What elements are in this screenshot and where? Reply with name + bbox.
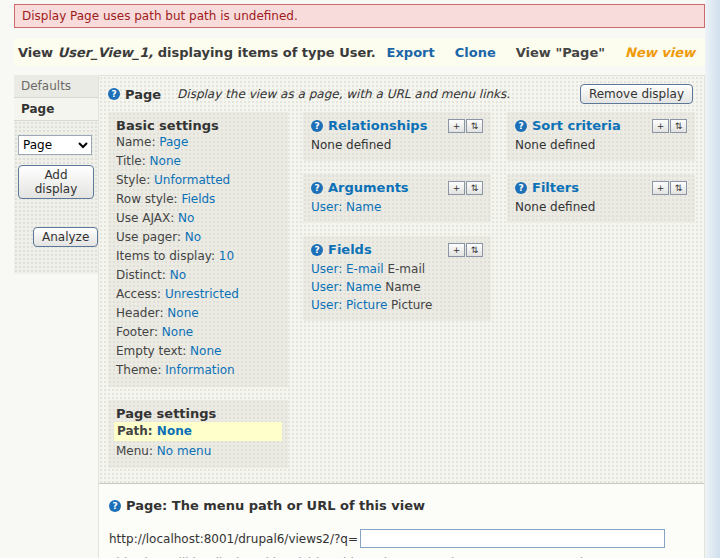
help-icon[interactable]: ? <box>311 244 323 256</box>
page-settings-title: Page settings <box>116 406 280 421</box>
setting-value-link[interactable]: Information <box>165 363 234 377</box>
arguments-header: ? Arguments + ⇅ <box>311 180 483 195</box>
sidebar-controls: Page Add display Analyze <box>14 121 98 274</box>
sort-criteria-empty-text: None defined <box>515 136 687 154</box>
help-icon[interactable]: ? <box>311 182 323 194</box>
rearrange-icon[interactable]: ⇅ <box>670 181 687 195</box>
setting-row: Empty text: None <box>116 342 280 361</box>
fields-title-link[interactable]: Fields <box>328 242 448 257</box>
display-header: ? Page Display the view as a page, with … <box>108 81 695 112</box>
arguments-box: ? Arguments + ⇅ User: Name <box>303 174 491 223</box>
setting-value-link[interactable]: Page <box>159 135 188 149</box>
setting-value-link[interactable]: No <box>170 268 186 282</box>
rearrange-icon[interactable]: ⇅ <box>466 243 483 257</box>
rearrange-icon[interactable]: ⇅ <box>466 181 483 195</box>
fields-box: ? Fields + ⇅ User: E-mail E-mail User: N… <box>303 236 491 321</box>
add-display-button[interactable]: Add display <box>18 165 94 199</box>
path-setting-row: Path: None <box>114 422 282 441</box>
analyze-button[interactable]: Analyze <box>33 227 98 247</box>
help-icon[interactable]: ? <box>109 500 121 512</box>
setting-row: Header: None <box>116 304 280 323</box>
setting-row: Style: Unformatted <box>116 171 280 190</box>
page-content: Display Page uses path but path is undef… <box>14 0 705 558</box>
path-value-link[interactable]: None <box>157 424 192 438</box>
setting-value-link[interactable]: None <box>167 306 198 320</box>
path-config-form: ? Page: The menu path or URL of this vie… <box>99 483 704 558</box>
error-message-text: Display Page uses path but path is undef… <box>22 9 298 23</box>
setting-value-link[interactable]: No <box>178 211 194 225</box>
filters-empty-text: None defined <box>515 198 687 216</box>
filters-header: ? Filters + ⇅ <box>515 180 687 195</box>
add-icon[interactable]: + <box>448 243 465 257</box>
fields-header: ? Fields + ⇅ <box>311 242 483 257</box>
clone-link[interactable]: Clone <box>455 45 496 60</box>
path-help-text: This view will be displayed by visiting … <box>109 554 689 558</box>
display-type-select[interactable]: Page <box>18 135 92 155</box>
setting-row: Title: None <box>116 152 280 171</box>
path-input-row: http://localhost:8001/drupal6/views2/?q= <box>109 529 694 548</box>
display-edit-panel: ? Page Display the view as a page, with … <box>98 75 705 558</box>
page-edge-gradient <box>705 0 720 558</box>
column-right: ? Sort criteria + ⇅ None defined ? Filte… <box>507 112 695 236</box>
filters-title-link[interactable]: Filters <box>532 180 652 195</box>
view-header-links: Export Clone View "Page" New view <box>387 45 701 60</box>
setting-value-link[interactable]: None <box>150 154 181 168</box>
field-item-link[interactable]: User: Name <box>311 280 381 294</box>
argument-item-link[interactable]: User: Name <box>311 200 381 214</box>
field-item: User: Picture Picture <box>311 296 483 314</box>
setting-row: Items to display: 10 <box>116 247 280 266</box>
add-icon[interactable]: + <box>448 119 465 133</box>
view-title-suffix: displaying items of type User. <box>153 45 376 60</box>
help-icon[interactable]: ? <box>515 182 527 194</box>
help-icon[interactable]: ? <box>311 120 323 132</box>
relationships-title-link[interactable]: Relationships <box>328 118 448 133</box>
help-icon[interactable]: ? <box>108 88 120 100</box>
new-view-link[interactable]: New view <box>625 45 695 60</box>
displays-area: ? Page Display the view as a page, with … <box>99 76 704 483</box>
config-form-title: Page: The menu path or URL of this view <box>126 498 425 513</box>
sort-criteria-header: ? Sort criteria + ⇅ <box>515 118 687 133</box>
view-title-prefix: View <box>18 45 58 60</box>
setting-value-link[interactable]: None <box>190 344 221 358</box>
menu-label: Menu: <box>116 444 153 458</box>
setting-value-link[interactable]: No <box>185 230 201 244</box>
display-description: Display the view as a page, with a URL a… <box>177 87 580 101</box>
sort-criteria-title-link[interactable]: Sort criteria <box>532 118 652 133</box>
view-page-label[interactable]: View "Page" <box>516 45 605 60</box>
menu-value-link[interactable]: No menu <box>157 444 211 458</box>
filters-box: ? Filters + ⇅ None defined <box>507 174 695 223</box>
remove-display-button[interactable]: Remove display <box>580 84 693 104</box>
arguments-title-link[interactable]: Arguments <box>328 180 448 195</box>
tab-defaults[interactable]: Defaults <box>14 75 98 98</box>
setting-value-link[interactable]: Fields <box>181 192 215 206</box>
add-icon[interactable]: + <box>448 181 465 195</box>
help-icon[interactable]: ? <box>515 120 527 132</box>
setting-row: Access: Unrestricted <box>116 285 280 304</box>
column-middle: ? Relationships + ⇅ None defined ? Argum… <box>303 112 491 334</box>
setting-value-link[interactable]: Unrestricted <box>165 287 239 301</box>
argument-item: User: Name <box>311 198 483 216</box>
path-url-prefix: http://localhost:8001/drupal6/views2/?q= <box>109 532 358 546</box>
display-title: Page <box>125 87 161 102</box>
setting-value-link[interactable]: 10 <box>219 249 234 263</box>
setting-row: Row style: Fields <box>116 190 280 209</box>
tab-page[interactable]: Page <box>14 98 98 121</box>
field-item-link[interactable]: User: Picture <box>311 298 387 312</box>
field-item-link[interactable]: User: E-mail <box>311 262 384 276</box>
export-link[interactable]: Export <box>387 45 435 60</box>
add-icon[interactable]: + <box>652 119 669 133</box>
setting-row: Name: Page <box>116 133 280 152</box>
column-basic-settings: Basic settings Name: Page Title: None St… <box>108 112 288 481</box>
page-settings-box: Page settings Path: None Menu: No menu <box>108 400 288 468</box>
add-icon[interactable]: + <box>652 181 669 195</box>
path-input[interactable] <box>360 529 665 548</box>
path-label: Path: <box>117 424 153 438</box>
setting-row: Use pager: No <box>116 228 280 247</box>
rearrange-icon[interactable]: ⇅ <box>466 119 483 133</box>
setting-row: Theme: Information <box>116 361 280 380</box>
display-sidebar: Defaults Page Page Add display Analyze <box>14 75 98 274</box>
relationships-header: ? Relationships + ⇅ <box>311 118 483 133</box>
setting-value-link[interactable]: Unformatted <box>154 173 230 187</box>
setting-value-link[interactable]: None <box>162 325 193 339</box>
rearrange-icon[interactable]: ⇅ <box>670 119 687 133</box>
